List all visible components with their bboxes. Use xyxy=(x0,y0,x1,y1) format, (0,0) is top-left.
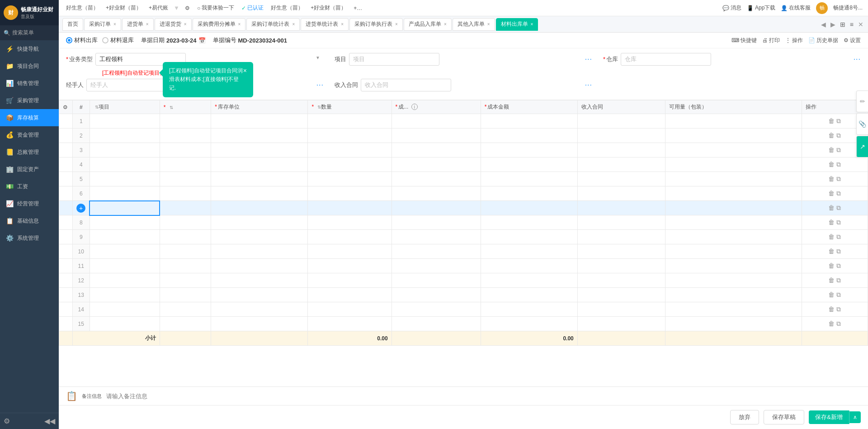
sidebar-item-basic[interactable]: 📋 基础信息 xyxy=(0,212,59,229)
topbar-username[interactable]: 畅捷通8号... xyxy=(833,4,863,12)
tab-grid-view-btn[interactable]: ⊞ xyxy=(839,20,846,29)
row-delete-btn[interactable]: 🗑 xyxy=(827,203,835,212)
row-delete-btn[interactable]: 🗑 xyxy=(827,232,835,241)
tab-finished-goods[interactable]: 产成品入库单 × xyxy=(404,18,452,31)
sidebar-item-purchase[interactable]: 🛒 采购管理 xyxy=(0,92,59,109)
row-copy-btn[interactable]: ⧉ xyxy=(835,218,842,227)
save-new-button[interactable]: 保存&新增 xyxy=(809,410,849,424)
row-delete-btn[interactable]: 🗑 xyxy=(827,261,835,270)
sidebar-collapse-btn[interactable]: ◀◀ xyxy=(44,417,55,425)
add-row-btn[interactable]: + xyxy=(76,204,85,213)
topbar-settings-btn[interactable]: ⚙ xyxy=(183,5,192,11)
row-delete-btn[interactable]: 🗑 xyxy=(827,116,835,125)
row-copy-btn[interactable]: ⧉ xyxy=(835,145,842,154)
row-copy-btn[interactable]: ⧉ xyxy=(835,116,842,125)
sidebar-item-finance[interactable]: 💰 资金管理 xyxy=(0,126,59,143)
tab-material-issue-close[interactable]: × xyxy=(531,22,533,27)
tooltip-close-btn[interactable]: × xyxy=(243,66,247,76)
tab-home[interactable]: 首页 xyxy=(62,18,83,31)
tab-close-all-btn[interactable]: ✕ xyxy=(857,20,864,29)
row-delete-btn[interactable]: 🗑 xyxy=(827,131,835,140)
row-copy-btn[interactable]: ⧉ xyxy=(835,131,842,140)
agent-dots-btn[interactable]: ··· xyxy=(316,81,324,89)
operation-btn[interactable]: ⋮ 操作 xyxy=(785,37,803,44)
user-avatar[interactable]: 畅 xyxy=(816,2,828,14)
sidebar-item-project[interactable]: 📁 项目合同 xyxy=(0,57,59,75)
sidebar-item-operations[interactable]: 📈 经营管理 xyxy=(0,195,59,212)
topbar-more3[interactable]: +… xyxy=(352,5,364,11)
row-copy-btn[interactable]: ⧉ xyxy=(835,174,842,183)
topbar-certified[interactable]: ✓ 已认证 xyxy=(240,4,265,12)
sidebar-item-ledger[interactable]: 📒 总账管理 xyxy=(0,143,59,161)
discard-button[interactable]: 放弃 xyxy=(730,410,759,424)
sidebar-item-sales[interactable]: 📊 销售管理 xyxy=(0,75,59,92)
tab-purchase-order[interactable]: 采购订单 × xyxy=(84,18,121,31)
row-copy-btn[interactable]: ⧉ xyxy=(835,261,842,270)
row-copy-btn[interactable]: ⧉ xyxy=(835,160,842,169)
tab-goods-return-close[interactable]: × xyxy=(184,22,187,27)
topbar-good-finance[interactable]: +好业财（苗） xyxy=(104,4,143,12)
right-panel-export-btn[interactable]: ↗ xyxy=(856,136,868,157)
topbar-more2[interactable]: +好业财（苗） xyxy=(309,4,348,12)
project-input[interactable]: 项目 xyxy=(349,53,439,66)
history-btn[interactable]: 📄 历史单据 xyxy=(808,37,838,44)
tab-finished-goods-close[interactable]: × xyxy=(444,22,447,27)
topbar-online-service[interactable]: 👤 在线客服 xyxy=(781,4,811,12)
tab-goods-receipt-close[interactable]: × xyxy=(146,22,149,27)
row-copy-btn[interactable]: ⧉ xyxy=(835,276,842,285)
active-cell-project[interactable] xyxy=(90,201,160,215)
tab-purchase-expense-close[interactable]: × xyxy=(238,22,241,27)
tab-receipt-stats[interactable]: 进货单统计表 × xyxy=(301,18,349,31)
tab-material-issue[interactable]: 材料出库单 × xyxy=(496,18,538,31)
sidebar-settings-btn[interactable]: ⚙ xyxy=(4,417,10,425)
radio-material-return[interactable]: 材料退库 xyxy=(102,36,134,44)
tab-prev-btn[interactable]: ◀ xyxy=(820,20,827,29)
settings-form-btn[interactable]: ⚙ 设置 xyxy=(844,37,861,44)
tab-purchase-stats[interactable]: 采购订单统计表 × xyxy=(246,18,300,31)
row-copy-btn[interactable]: ⧉ xyxy=(835,247,842,256)
print-btn[interactable]: 🖨 打印 xyxy=(762,37,780,44)
tab-purchase-expense[interactable]: 采购费用分摊单 × xyxy=(193,18,246,31)
sidebar-item-shortcut[interactable]: ⚡ 快捷导航 xyxy=(0,40,59,57)
topbar-app-download[interactable]: 📱 App下载 xyxy=(747,4,775,12)
tab-goods-return[interactable]: 进退货货 × xyxy=(155,18,192,31)
warehouse-input[interactable]: 仓库 xyxy=(621,53,711,66)
row-delete-btn[interactable]: 🗑 xyxy=(827,218,835,227)
sidebar-item-payroll[interactable]: 💵 工资 xyxy=(0,178,59,195)
row-copy-btn[interactable]: ⧉ xyxy=(835,319,842,328)
row-delete-btn[interactable]: 🗑 xyxy=(827,319,835,328)
topbar-good-business[interactable]: 好生意（苗） xyxy=(64,4,100,12)
warehouse-dots-btn[interactable]: ··· xyxy=(854,55,861,63)
sort-project-icon[interactable]: ⇅ xyxy=(95,105,99,110)
tab-other-receipt[interactable]: 其他入库单 × xyxy=(453,18,495,31)
quick-key-btn[interactable]: ⌨ 快捷键 xyxy=(731,37,757,44)
project-dots-btn[interactable]: ··· xyxy=(585,55,592,63)
row-delete-btn[interactable]: 🗑 xyxy=(827,305,835,314)
row-delete-btn[interactable]: 🗑 xyxy=(827,276,835,285)
tab-purchase-exec[interactable]: 采购订单执行表 × xyxy=(349,18,403,31)
sidebar-item-system[interactable]: ⚙️ 系统管理 xyxy=(0,229,59,247)
row-copy-btn[interactable]: ⧉ xyxy=(835,232,842,241)
row-delete-btn[interactable]: 🗑 xyxy=(827,247,835,256)
topbar-trial[interactable]: ○ 我要体验一下 xyxy=(195,4,236,12)
row-copy-btn[interactable]: ⧉ xyxy=(835,305,842,314)
tab-receipt-stats-close[interactable]: × xyxy=(341,22,344,27)
row-delete-btn[interactable]: 🗑 xyxy=(827,189,835,198)
row-delete-btn[interactable]: 🗑 xyxy=(827,174,835,183)
save-new-arrow-btn[interactable]: ∧ xyxy=(849,411,861,423)
tab-purchase-stats-close[interactable]: × xyxy=(292,22,295,27)
tab-next-btn[interactable]: ▶ xyxy=(830,20,836,29)
cost-info-icon[interactable]: i xyxy=(411,104,418,110)
sidebar-logo[interactable]: 财 畅康通好业财 普及版 xyxy=(0,0,59,25)
row-copy-btn[interactable]: ⧉ xyxy=(835,189,842,198)
right-panel-edit-btn[interactable]: ✏ xyxy=(856,91,868,112)
sidebar-item-inventory[interactable]: 📦 库存核算 xyxy=(0,109,59,126)
row-delete-btn[interactable]: 🗑 xyxy=(827,290,835,299)
tab-goods-receipt[interactable]: 进货单 × xyxy=(122,18,154,31)
col-settings-header[interactable]: ⚙ xyxy=(59,100,73,114)
active-cell-material[interactable] xyxy=(160,201,211,215)
tab-purchase-order-close[interactable]: × xyxy=(113,22,116,27)
row-delete-btn[interactable]: 🗑 xyxy=(827,145,835,154)
topbar-more1[interactable]: 好生意（苗） xyxy=(269,4,305,12)
right-panel-attach-btn[interactable]: 📎 xyxy=(856,113,868,135)
